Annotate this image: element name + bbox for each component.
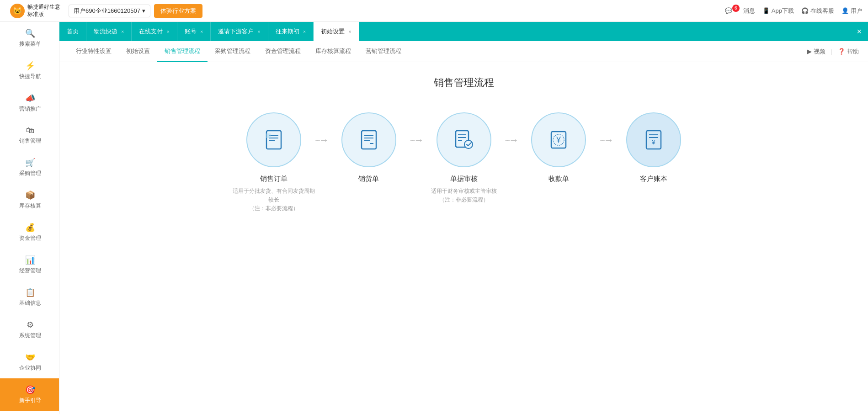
sidebar-item-basic-info[interactable]: 📋 基础信息 bbox=[0, 281, 59, 313]
flow-arrow-1: --→ bbox=[315, 112, 328, 146]
play-icon: ▶ bbox=[807, 48, 812, 55]
target-icon: 🎯 bbox=[25, 385, 35, 395]
logo-area: 🐱 畅捷通好生意 标准版 bbox=[5, 0, 65, 22]
nav-tab-logistics-close[interactable]: × bbox=[121, 29, 124, 34]
sub-tab-marketing-flow[interactable]: 营销管理流程 bbox=[358, 41, 409, 62]
user-selector[interactable]: 用户690企业1660120507 ▾ bbox=[69, 5, 150, 17]
svg-rect-4 bbox=[266, 133, 271, 138]
flow-diagram: 销售订单 适用于分批发货、有合同发货周期较长（注：非必要流程） --→ bbox=[78, 112, 850, 213]
flow-title-customer-ledger: 客户账本 bbox=[640, 175, 667, 183]
sidebar-label-search: 搜索菜单 bbox=[19, 40, 41, 48]
sub-tab-industry-settings[interactable]: 行业特性设置 bbox=[69, 41, 119, 62]
sidebar-label-sys-mgmt: 系统管理 bbox=[19, 332, 41, 340]
video-label: 视频 bbox=[814, 48, 825, 56]
help-link[interactable]: ❓ 帮助 bbox=[838, 48, 859, 56]
flow-arrow-4: --→ bbox=[600, 112, 612, 146]
cart-icon: 🛒 bbox=[25, 158, 35, 168]
sub-tab-sales-flow[interactable]: 销售管理流程 bbox=[157, 41, 208, 62]
flow-item-customer-ledger: ¥ 客户账本 bbox=[612, 112, 695, 187]
user-avatar-icon: 👤 bbox=[841, 7, 849, 14]
nav-tab-invite-downstream[interactable]: 邀请下游客户 × bbox=[211, 22, 268, 41]
logo-icon: 🐱 bbox=[10, 4, 25, 18]
nav-tab-account[interactable]: 账号 × bbox=[177, 22, 211, 41]
megaphone-icon: 📣 bbox=[25, 93, 35, 103]
flow-title-doc-audit: 单据审核 bbox=[450, 175, 478, 183]
flow-item-sales-invoice: 销货单 bbox=[328, 112, 410, 187]
sub-tab-finance-flow-label: 资金管理流程 bbox=[265, 47, 301, 55]
sidebar-item-finance-mgmt[interactable]: 💰 资金管理 bbox=[0, 216, 59, 249]
sidebar-item-enterprise-collab[interactable]: 🤝 企业协同 bbox=[0, 346, 59, 378]
sub-tab-inventory-calc-flow[interactable]: 库存核算流程 bbox=[308, 41, 358, 62]
app-download-item[interactable]: 📱 App下载 bbox=[762, 7, 794, 15]
sidebar-item-sys-mgmt[interactable]: ⚙ 系统管理 bbox=[0, 313, 59, 346]
sidebar-label-marketing-promo: 营销推广 bbox=[19, 105, 41, 113]
nav-tab-logistics[interactable]: 物流快递 × bbox=[86, 22, 132, 41]
flow-desc-doc-audit: 适用于财务审核或主管审核（注：非必要流程） bbox=[431, 187, 497, 204]
sidebar-item-inventory[interactable]: 📦 库存核算 bbox=[0, 184, 59, 216]
nav-tabs: 首页 物流快递 × 在线支付 × 账号 × 邀请下游客户 × bbox=[59, 22, 868, 41]
nav-tab-online-pay-close[interactable]: × bbox=[166, 29, 169, 34]
money-icon: 💰 bbox=[25, 223, 35, 233]
app-container: 🐱 畅捷通好生意 标准版 用户690企业1660120507 ▾ 体验行业方案 … bbox=[0, 0, 868, 414]
nav-tab-invite-downstream-label: 邀请下游客户 bbox=[218, 27, 254, 36]
online-service-item[interactable]: 🎧 在线客服 bbox=[801, 7, 834, 15]
help-label: 帮助 bbox=[847, 48, 859, 56]
message-icon: 💬 bbox=[725, 7, 732, 14]
sidebar-item-quicknav[interactable]: ⚡ 快捷导航 bbox=[0, 54, 59, 87]
clipboard-icon: 📋 bbox=[25, 287, 35, 297]
search-icon: 🔍 bbox=[25, 28, 35, 38]
headset-icon: 🎧 bbox=[801, 7, 809, 14]
question-icon: ❓ bbox=[838, 48, 845, 55]
sidebar-item-sales-mgmt[interactable]: 🛍 销售管理 bbox=[0, 119, 59, 151]
nav-tab-online-pay[interactable]: 在线支付 × bbox=[132, 22, 177, 41]
nav-tab-home-label: 首页 bbox=[67, 27, 79, 36]
logo-line1: 畅捷通好生意 bbox=[27, 4, 60, 11]
video-link[interactable]: ▶ 视频 bbox=[807, 48, 825, 56]
nav-tab-account-label: 账号 bbox=[185, 27, 197, 36]
nav-tab-initial-setup[interactable]: 初始设置 × bbox=[314, 22, 359, 41]
message-item[interactable]: 💬 6 消息 bbox=[725, 7, 755, 15]
sidebar-label-quicknav: 快捷导航 bbox=[19, 73, 41, 80]
flow-title-receipt: 收款单 bbox=[548, 175, 569, 183]
sub-tab-initial-settings[interactable]: 初始设置 bbox=[119, 41, 157, 62]
sidebar-item-purchase-mgmt[interactable]: 🛒 采购管理 bbox=[0, 151, 59, 184]
sidebar-item-app-center[interactable]: 🔲 应用中心 bbox=[0, 411, 59, 414]
sidebar-label-enterprise-collab: 企业协同 bbox=[19, 364, 41, 372]
flow-circle-customer-ledger: ¥ bbox=[626, 112, 681, 167]
nav-tab-home[interactable]: 首页 bbox=[59, 22, 86, 41]
sub-tab-industry-settings-label: 行业特性设置 bbox=[76, 47, 112, 55]
sub-tab-finance-flow[interactable]: 资金管理流程 bbox=[258, 41, 308, 62]
logo-line2: 标准版 bbox=[27, 11, 60, 18]
nav-tab-period-initial[interactable]: 往来期初 × bbox=[268, 22, 314, 41]
chart-icon: 📊 bbox=[25, 255, 35, 265]
nav-close-all-button[interactable]: × bbox=[850, 27, 868, 37]
top-bar-right: 💬 6 消息 📱 App下载 🎧 在线客服 👤 用户 bbox=[725, 7, 863, 15]
arrow-icon-1: --→ bbox=[315, 134, 328, 146]
gear-icon: ⚙ bbox=[27, 320, 34, 330]
sub-tab-initial-settings-label: 初始设置 bbox=[126, 47, 150, 55]
trial-button[interactable]: 体验行业方案 bbox=[154, 4, 202, 18]
flow-item-receipt: ¥ 收款单 bbox=[517, 112, 600, 187]
user-item[interactable]: 👤 用户 bbox=[841, 7, 863, 15]
sidebar-label-newbie-guide: 新手引导 bbox=[19, 397, 41, 404]
sub-tab-purchase-flow[interactable]: 采购管理流程 bbox=[208, 41, 258, 62]
sidebar-item-newbie-guide[interactable]: 🎯 新手引导 bbox=[0, 378, 59, 411]
sub-tab-inventory-calc-flow-label: 库存核算流程 bbox=[315, 47, 351, 55]
sidebar-item-operations-mgmt[interactable]: 📊 经营管理 bbox=[0, 249, 59, 281]
nav-tab-period-initial-close[interactable]: × bbox=[303, 29, 306, 34]
top-bar: 🐱 畅捷通好生意 标准版 用户690企业1660120507 ▾ 体验行业方案 … bbox=[0, 0, 868, 22]
svg-text:¥: ¥ bbox=[651, 138, 655, 146]
nav-tab-account-close[interactable]: × bbox=[200, 29, 203, 34]
arrow-icon-2: --→ bbox=[410, 134, 423, 146]
flow-circle-receipt: ¥ bbox=[531, 112, 586, 167]
page-title: 销售管理流程 bbox=[78, 76, 850, 90]
user-selector-text: 用户690企业1660120507 bbox=[74, 7, 140, 15]
top-bar-left: 🐱 畅捷通好生意 标准版 用户690企业1660120507 ▾ 体验行业方案 bbox=[5, 0, 202, 22]
flow-item-sales-order: 销售订单 适用于分批发货、有合同发货周期较长（注：非必要流程） bbox=[233, 112, 315, 213]
nav-tab-initial-setup-close[interactable]: × bbox=[348, 29, 351, 34]
user-label: 用户 bbox=[851, 7, 863, 15]
nav-tab-online-pay-label: 在线支付 bbox=[139, 27, 163, 36]
sidebar-item-search[interactable]: 🔍 搜索菜单 bbox=[0, 22, 59, 54]
nav-tab-invite-downstream-close[interactable]: × bbox=[257, 29, 260, 34]
sidebar-item-marketing-promo[interactable]: 📣 营销推广 bbox=[0, 87, 59, 119]
